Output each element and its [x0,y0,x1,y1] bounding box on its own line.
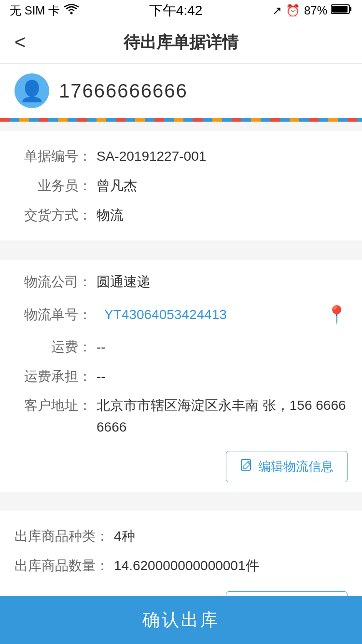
address-label: 客户地址： [14,395,92,417]
confirm-btn-label: 确认出库 [142,608,220,632]
section-divider-1 [0,240,362,250]
user-phone: 17666666666 [59,80,188,102]
address-row: 客户地址： 北京市市辖区海淀区永丰南 张，156 6666 6666 [14,395,348,438]
goods-types-row: 出库商品种类： 4种 [14,526,348,547]
battery-text: 87% [304,4,327,17]
delivery-method-row: 交货方式： 物流 [14,205,348,226]
document-number-value: SA-20191227-001 [97,146,348,168]
nav-bar: < 待出库单据详情 [0,21,362,64]
salesman-value: 曾凡杰 [97,175,348,197]
logistics-company-value: 圆通速递 [97,271,348,293]
location-status-icon: ↗ [272,4,282,17]
salesman-row: 业务员： 曾凡杰 [14,175,348,197]
status-bar-time: 下午4:42 [149,1,203,20]
address-value: 北京市市辖区海淀区永丰南 张，156 6666 6666 [97,395,348,438]
confirm-button[interactable]: 确认出库 [0,596,362,644]
avatar: 👤 [14,73,49,108]
back-button[interactable]: < [14,31,43,53]
edit-btn-row: 编辑物流信息 [0,443,362,492]
salesman-label: 业务员： [14,175,92,197]
status-bar-right: ↗ ⏰ 87% [272,4,352,17]
edit-logistics-button[interactable]: 编辑物流信息 [226,451,348,482]
tracking-number-value: YT43064053424413 [104,304,318,326]
page-title: 待出库单据详情 [124,31,238,54]
basic-info-section: 单据编号： SA-20191227-001 业务员： 曾凡杰 交货方式： 物流 [0,131,362,240]
svg-point-0 [70,12,73,14]
alarm-icon: ⏰ [286,4,300,17]
section-divider-2 [0,492,362,502]
wifi-icon [64,4,79,17]
edit-logistics-label: 编辑物流信息 [258,458,334,475]
freight-label: 运费： [14,336,92,358]
tracking-number-row: 物流单号： YT43064053424413 📍 [14,301,348,329]
carrier-text: 无 SIM 卡 [10,3,60,18]
status-bar-left: 无 SIM 卡 [10,3,79,18]
logistics-company-label: 物流公司： [14,271,92,293]
goods-quantity-label: 出库商品数量： [14,555,109,577]
location-icon[interactable]: 📍 [326,301,348,329]
logistics-section: 物流公司： 圆通速递 物流单号： YT43064053424413 📍 运费： … [0,260,362,492]
freight-bearer-row: 运费承担： -- [14,366,348,388]
dashed-divider [0,118,362,122]
status-bar: 无 SIM 卡 下午4:42 ↗ ⏰ 87% [0,0,362,21]
goods-types-value: 4种 [114,526,348,547]
goods-quantity-value: 14.620000000000001件 [114,555,348,577]
delivery-method-label: 交货方式： [14,205,92,226]
logistics-company-row: 物流公司： 圆通速递 [14,271,348,293]
battery-icon [331,4,352,17]
document-number-row: 单据编号： SA-20191227-001 [14,146,348,168]
svg-rect-3 [332,6,348,13]
freight-row: 运费： -- [14,336,348,358]
goods-quantity-row: 出库商品数量： 14.620000000000001件 [14,555,348,577]
goods-types-label: 出库商品种类： [14,526,109,547]
freight-bearer-label: 运费承担： [14,366,92,388]
tracking-number-label: 物流单号： [14,304,92,326]
edit-icon [240,458,253,475]
document-number-label: 单据编号： [14,146,92,168]
freight-bearer-value: -- [97,366,348,388]
svg-rect-2 [349,7,351,11]
freight-value: -- [97,336,348,358]
avatar-icon: 👤 [19,79,44,103]
user-header: 👤 17666666666 [0,64,362,118]
delivery-method-value: 物流 [97,205,348,226]
